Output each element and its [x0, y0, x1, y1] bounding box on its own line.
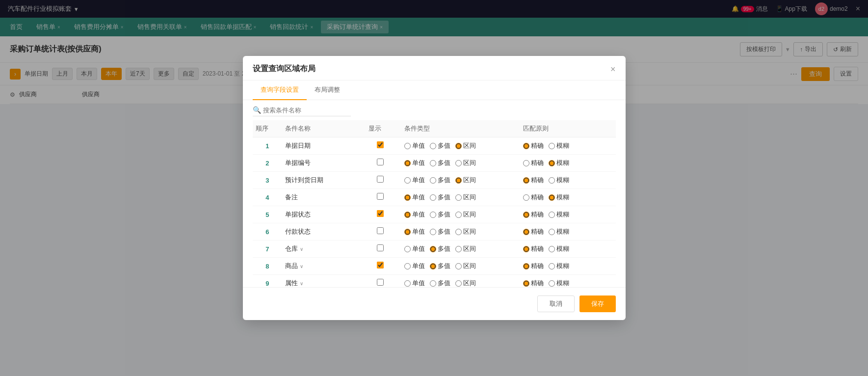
- dialog-close-btn[interactable]: ×: [610, 65, 616, 74]
- dialog-tab-query-fields[interactable]: 查询字段设置: [253, 81, 307, 100]
- dialog-tab-layout[interactable]: 布局调整: [307, 81, 348, 100]
- dialog-search: 🔍: [243, 100, 626, 104]
- dialog-header: 设置查询区域布局 ×: [243, 56, 626, 81]
- settings-dialog: 设置查询区域布局 × 查询字段设置 布局调整 🔍: [243, 56, 626, 104]
- dialog-tabs: 查询字段设置 布局调整: [243, 81, 626, 100]
- dialog-overlay: 设置查询区域布局 × 查询字段设置 布局调整 🔍: [0, 0, 868, 104]
- dialog-title: 设置查询区域布局: [253, 64, 316, 74]
